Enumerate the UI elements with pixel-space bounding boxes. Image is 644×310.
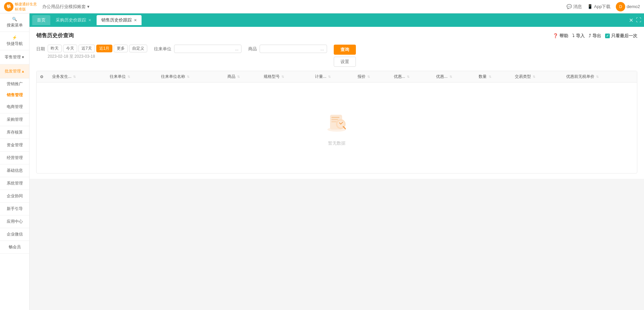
user-profile[interactable]: D demo2 bbox=[616, 2, 640, 11]
product-label: 商品 bbox=[248, 45, 257, 52]
sidebar-item-retail[interactable]: 零售管理 ▼ bbox=[0, 50, 29, 64]
sidebar-item-ecommerce[interactable]: 电商管理 bbox=[0, 101, 29, 113]
sort-icon: ⇅ bbox=[533, 75, 535, 79]
col-unit[interactable]: 计量... ⇅ bbox=[312, 71, 354, 83]
sidebar-item-member[interactable]: 畅会员 bbox=[0, 241, 29, 254]
content-area: 首页 采购历史价跟踪 ✕ 销售历史价跟踪 ✕ ✕ ⛶ 销售历史价查询 bbox=[30, 13, 644, 310]
sidebar-item-finance[interactable]: 资金管理 bbox=[0, 139, 29, 152]
sidebar-item-marketing[interactable]: 营销推广 bbox=[0, 79, 29, 90]
settings-button[interactable]: 设置 bbox=[334, 57, 356, 67]
col-spec[interactable]: 规格型号 ⇅ bbox=[260, 71, 312, 83]
sort-icon: ⇅ bbox=[127, 75, 130, 79]
counterpart-input[interactable] bbox=[177, 46, 233, 51]
product-dots[interactable]: ... bbox=[320, 46, 324, 51]
query-button[interactable]: 查询 bbox=[334, 45, 356, 55]
message-action[interactable]: 💬 消息 bbox=[567, 4, 582, 10]
chevron-up-icon: ▲ bbox=[21, 69, 25, 73]
col-biz-date[interactable]: 业务发生... ⇅ bbox=[49, 71, 106, 83]
only-last-checkbox[interactable]: ✓ 只看最后一次 bbox=[605, 33, 637, 39]
col-counterpart[interactable]: 往来单位 ⇅ bbox=[106, 71, 158, 83]
empty-text: 暂无数据 bbox=[328, 140, 345, 146]
col-discount2[interactable]: 优惠... ⇅ bbox=[433, 71, 475, 83]
app-download-action[interactable]: 📱 App下载 bbox=[587, 4, 610, 10]
date-buttons: 昨天 今天 近7天 近1月 更多 自定义 bbox=[48, 45, 147, 52]
sidebar-item-apps[interactable]: 应用中心 bbox=[0, 215, 29, 228]
page-content: 销售历史价查询 ❓ 帮助 ⤵ 导入 ⤴ 导出 bbox=[30, 27, 644, 310]
sidebar: 🔍 搜索菜单 ⚡ 快捷导航 零售管理 ▼ 批发管理 ▲ 营销推广 销售管理 电商… bbox=[0, 13, 30, 310]
sidebar-item-operations[interactable]: 经营管理 bbox=[0, 152, 29, 164]
account-dropdown[interactable]: 办公用品行业模拟账套 ▾ bbox=[40, 2, 92, 11]
sidebar-item-purchase[interactable]: 采购管理 bbox=[0, 113, 29, 126]
col-discount1[interactable]: 优惠... ⇅ bbox=[390, 71, 433, 83]
page-title: 销售历史价查询 bbox=[36, 32, 74, 39]
sidebar-item-inventory[interactable]: 库存核算 bbox=[0, 126, 29, 139]
col-settings[interactable]: ⚙ bbox=[37, 71, 49, 83]
sidebar-item-wholesale[interactable]: 批发管理 ▲ bbox=[0, 64, 29, 79]
tab-home[interactable]: 首页 bbox=[32, 15, 50, 25]
date-btn-1month[interactable]: 近1月 bbox=[96, 45, 113, 52]
date-btn-custom[interactable]: 自定义 bbox=[129, 45, 147, 52]
col-pretax-price[interactable]: 优惠前无税单价 ⇅ bbox=[563, 71, 637, 83]
date-range: 2023-02-18 至 2023-03-18 bbox=[48, 54, 147, 59]
logo-area: 畅 畅捷通好生意 标准版 bbox=[4, 2, 37, 11]
sort-icon: ⇅ bbox=[237, 75, 240, 79]
product-input-group[interactable]: ... bbox=[260, 45, 327, 53]
settings-icon: ⚙ bbox=[40, 74, 44, 79]
col-counterpart-name[interactable]: 往来单位名称 ⇅ bbox=[158, 71, 224, 83]
product-filter-group: 商品 ... bbox=[248, 45, 327, 53]
chevron-down-icon: ▼ bbox=[21, 55, 25, 59]
maximize-btn[interactable]: ⛶ bbox=[636, 17, 641, 23]
sidebar-item-enterprise[interactable]: 企业协同 bbox=[0, 190, 29, 203]
sidebar-item-basic[interactable]: 基础信息 bbox=[0, 164, 29, 177]
date-label: 日期 bbox=[36, 45, 45, 52]
filter-buttons: 查询 设置 bbox=[334, 45, 356, 67]
date-btn-yesterday[interactable]: 昨天 bbox=[48, 45, 62, 52]
sort-icon: ⇅ bbox=[328, 75, 331, 79]
export-icon: ⤴ bbox=[589, 33, 591, 38]
sort-icon: ⇅ bbox=[73, 75, 76, 79]
sort-icon: ⇅ bbox=[187, 75, 190, 79]
chevron-down-icon: ▾ bbox=[87, 4, 90, 9]
sidebar-item-guide[interactable]: 新手引导 bbox=[0, 203, 29, 215]
close-tab-btn[interactable]: ✕ bbox=[629, 17, 633, 23]
col-quantity[interactable]: 数量 ⇅ bbox=[475, 71, 512, 83]
sidebar-item-quick-nav[interactable]: ⚡ 快捷导航 bbox=[0, 32, 29, 50]
sort-icon: ⇅ bbox=[489, 75, 491, 79]
col-quote[interactable]: 报价 ⇅ bbox=[354, 71, 390, 83]
empty-icon bbox=[323, 109, 350, 136]
checkbox-icon: ✓ bbox=[605, 34, 610, 38]
date-btn-7days[interactable]: 近7天 bbox=[78, 45, 95, 52]
svg-rect-3 bbox=[331, 119, 338, 120]
date-btn-today[interactable]: 今天 bbox=[63, 45, 77, 52]
data-table: ⚙ 业务发生... ⇅ 往来单位 ⇅ bbox=[37, 71, 637, 83]
product-input[interactable] bbox=[263, 46, 319, 51]
tab-sales-history[interactable]: 销售历史价跟踪 ✕ bbox=[97, 15, 142, 25]
avatar: D bbox=[616, 2, 625, 11]
counterpart-input-group[interactable]: ... bbox=[174, 45, 241, 53]
counterpart-dots[interactable]: ... bbox=[235, 46, 238, 51]
counterpart-label: 往来单位 bbox=[154, 45, 171, 52]
sidebar-item-wechat[interactable]: 企业微信 bbox=[0, 228, 29, 241]
sort-icon: ⇅ bbox=[281, 75, 284, 79]
sort-icon: ⇅ bbox=[407, 75, 410, 79]
main-layout: 🔍 搜索菜单 ⚡ 快捷导航 零售管理 ▼ 批发管理 ▲ 营销推广 销售管理 电商… bbox=[0, 13, 644, 310]
tab-purchase-history[interactable]: 采购历史价跟踪 ✕ bbox=[51, 15, 96, 25]
col-product[interactable]: 商品 ⇅ bbox=[224, 71, 260, 83]
sidebar-item-search[interactable]: 🔍 搜索菜单 bbox=[0, 13, 29, 32]
sort-icon: ⇅ bbox=[367, 75, 370, 79]
export-action[interactable]: ⤴ 导出 bbox=[589, 33, 601, 39]
col-trade-type[interactable]: 交易类型 ⇅ bbox=[512, 71, 563, 83]
tab-bar-actions: ✕ ⛶ bbox=[629, 17, 641, 23]
help-action[interactable]: ❓ 帮助 bbox=[553, 33, 568, 39]
svg-rect-4 bbox=[331, 121, 337, 122]
help-icon: ❓ bbox=[553, 33, 558, 38]
tab-close-sales[interactable]: ✕ bbox=[134, 18, 137, 22]
sidebar-item-system[interactable]: 系统管理 bbox=[0, 177, 29, 190]
date-btn-more[interactable]: 更多 bbox=[114, 45, 128, 52]
search-icon: 🔍 bbox=[12, 17, 17, 21]
header-left: 畅 畅捷通好生意 标准版 办公用品行业模拟账套 ▾ bbox=[4, 2, 92, 11]
sidebar-item-sales[interactable]: 销售管理 bbox=[0, 90, 29, 101]
tab-close-purchase[interactable]: ✕ bbox=[88, 18, 91, 22]
sort-icon: ⇅ bbox=[596, 75, 599, 79]
import-action[interactable]: ⤵ 导入 bbox=[572, 33, 585, 39]
